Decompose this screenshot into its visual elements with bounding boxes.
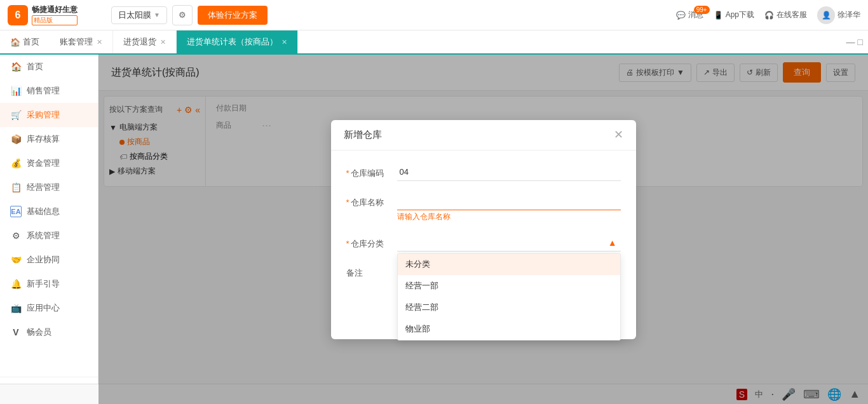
vip-icon: V xyxy=(10,327,22,338)
dropdown-option-dept3[interactable]: 物业部 xyxy=(398,318,620,340)
code-input[interactable] xyxy=(397,163,621,181)
top-right-actions: 💬 消息 99+ 📱 App下载 🎧 在线客服 👤 徐泽华 xyxy=(676,6,860,24)
tab-purchase-return[interactable]: 进货退货 ✕ xyxy=(113,30,177,53)
user-profile[interactable]: 👤 徐泽华 xyxy=(817,6,860,24)
tab-home[interactable]: 🏠 首页 xyxy=(0,30,50,53)
inventory-icon: 📦 xyxy=(10,133,22,145)
app-download-button[interactable]: 📱 App下载 xyxy=(714,10,754,20)
sidebar-item-purchase[interactable]: 🛒 采购管理 xyxy=(0,103,98,127)
field-code: * 仓库编码 xyxy=(346,163,621,181)
modal-title: 新增仓库 xyxy=(344,129,382,141)
sidebar-item-system[interactable]: ⚙ 系统管理 xyxy=(0,224,98,248)
home-sidebar-icon: 🏠 xyxy=(10,61,22,72)
avatar: 👤 xyxy=(817,6,835,24)
trial-button[interactable]: 体验行业方案 xyxy=(198,6,268,25)
top-bar: 6 畅捷通好生意 精品版 日太阳膜 ▼ ⚙ 体验行业方案 💬 消息 99+ 📱 … xyxy=(0,0,868,30)
sidebar-item-home[interactable]: 🏠 首页 xyxy=(0,55,98,79)
category-input[interactable] xyxy=(397,234,621,252)
remark-label: 备注 xyxy=(346,263,397,279)
modal-close-button[interactable]: ✕ xyxy=(614,129,623,140)
tab-close-purchase-stats[interactable]: ✕ xyxy=(281,38,287,46)
sidebar-item-guide[interactable]: 🔔 新手引导 xyxy=(0,272,98,296)
logo-text: 畅捷通好生意 精品版 xyxy=(32,4,78,25)
logo-area: 6 畅捷通好生意 精品版 xyxy=(8,4,106,25)
category-field-control: ▲ 未分类 经营一部 经营二部 物业部 xyxy=(397,234,621,252)
basic-info-icon: EA xyxy=(10,206,22,217)
sidebar-item-finance[interactable]: 💰 资金管理 xyxy=(0,151,98,175)
name-label: * 仓库名称 xyxy=(346,192,397,208)
system-icon: ⚙ xyxy=(10,230,22,241)
main-layout: 🏠 首页 📊 销售管理 🛒 采购管理 📦 库存核算 💰 资金管理 📋 经 xyxy=(0,55,868,404)
logo-icon: 6 xyxy=(8,5,28,25)
name-input[interactable] xyxy=(397,192,621,210)
purchase-icon: 🛒 xyxy=(10,109,22,121)
messages-button[interactable]: 💬 消息 99+ xyxy=(676,10,703,20)
modal-overlay: 新增仓库 ✕ * 仓库编码 xyxy=(98,55,868,404)
modal-header: 新增仓库 ✕ xyxy=(331,120,636,151)
name-field-control: 请输入仓库名称 xyxy=(397,192,621,222)
sidebar-item-vip[interactable]: V 畅会员 xyxy=(0,320,98,344)
name-error-message: 请输入仓库名称 xyxy=(397,212,621,222)
tab-minimize-icon[interactable]: — xyxy=(846,37,855,47)
content-area: 进货单统计(按商品) 🖨 按模板打印 ▼ ↗ 导出 ↺ 刷新 xyxy=(98,55,868,404)
online-service-button[interactable]: 🎧 在线客服 xyxy=(764,10,807,20)
tab-controls: — □ xyxy=(841,30,868,53)
message-icon: 💬 xyxy=(676,11,686,20)
category-dropdown-arrow-icon[interactable]: ▲ xyxy=(608,238,617,248)
gear-icon: ⚙ xyxy=(179,10,186,20)
finance-icon: 💰 xyxy=(10,158,22,169)
tab-purchase-stats[interactable]: 进货单统计表（按商品） ✕ xyxy=(177,30,298,53)
tab-close-accounts[interactable]: ✕ xyxy=(97,38,102,46)
tab-bar: 🏠 首页 账套管理 ✕ 进货退货 ✕ 进货单统计表（按商品） ✕ — □ xyxy=(0,30,868,55)
tab-maximize-icon[interactable]: □ xyxy=(858,37,863,47)
sidebar-item-inventory[interactable]: 📦 库存核算 xyxy=(0,127,98,151)
modal-body: * 仓库编码 * 仓库名称 xyxy=(331,151,636,305)
home-icon: 🏠 xyxy=(10,37,20,47)
tab-accounts[interactable]: 账套管理 ✕ xyxy=(50,30,113,53)
category-dropdown-list: 未分类 经营一部 经营二部 物业部 xyxy=(397,253,621,340)
modal-add-warehouse: 新增仓库 ✕ * 仓库编码 xyxy=(331,120,636,339)
sidebar-item-app-center[interactable]: 📺 应用中心 xyxy=(0,296,98,320)
dropdown-option-dept2[interactable]: 经营二部 xyxy=(398,297,620,318)
dropdown-option-unclassified[interactable]: 未分类 xyxy=(398,253,620,275)
sidebar-item-operations[interactable]: 📋 经营管理 xyxy=(0,175,98,199)
page-root: 6 畅捷通好生意 精品版 日太阳膜 ▼ ⚙ 体验行业方案 💬 消息 99+ 📱 … xyxy=(0,0,868,404)
sales-icon: 📊 xyxy=(10,85,22,97)
mobile-icon: 📱 xyxy=(714,11,723,20)
message-badge: 99+ xyxy=(694,6,710,14)
app-center-icon: 📺 xyxy=(10,302,22,314)
code-field-control xyxy=(397,163,621,181)
field-name: * 仓库名称 请输入仓库名称 xyxy=(346,192,621,222)
headset-icon: 🎧 xyxy=(764,11,774,20)
field-category: * 仓库分类 ▲ 未分类 经营一部 经营二部 xyxy=(346,234,621,252)
settings-button[interactable]: ⚙ xyxy=(172,5,193,25)
sidebar-item-enterprise[interactable]: 🤝 企业协同 xyxy=(0,248,98,272)
guide-icon: 🔔 xyxy=(10,278,22,290)
store-dropdown-arrow-icon: ▼ xyxy=(154,11,160,18)
operations-icon: 📋 xyxy=(10,182,22,193)
store-selector[interactable]: 日太阳膜 ▼ xyxy=(111,6,167,24)
category-label: * 仓库分类 xyxy=(346,234,397,250)
avatar-icon: 👤 xyxy=(822,11,831,20)
enterprise-icon: 🤝 xyxy=(10,254,22,266)
sidebar-item-sales[interactable]: 📊 销售管理 xyxy=(0,79,98,103)
sidebar-item-basic-info[interactable]: EA 基础信息 xyxy=(0,199,98,224)
tab-close-purchase-return[interactable]: ✕ xyxy=(160,38,166,46)
sidebar: 🏠 首页 📊 销售管理 🛒 采购管理 📦 库存核算 💰 资金管理 📋 经 xyxy=(0,55,98,404)
code-label: * 仓库编码 xyxy=(346,163,397,179)
dropdown-option-dept1[interactable]: 经营一部 xyxy=(398,275,620,297)
